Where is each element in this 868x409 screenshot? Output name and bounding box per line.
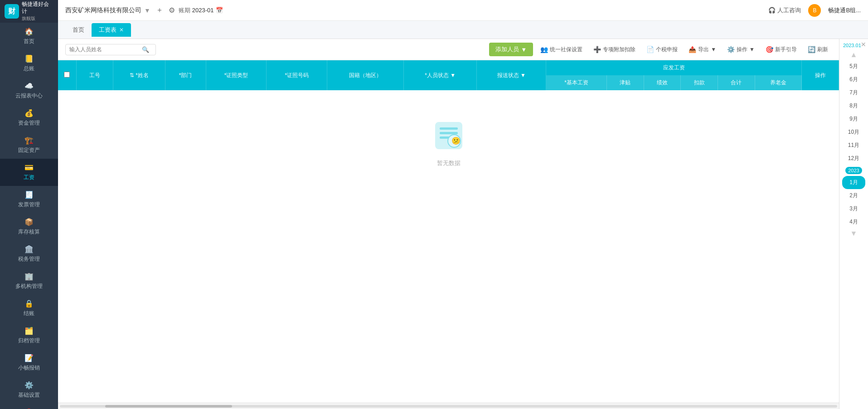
sidebar-item-expense[interactable]: 📝 小畅报销 xyxy=(0,349,58,376)
sidebar-item-archive[interactable]: 🗂️ 归档管理 xyxy=(0,322,58,349)
th-base-salary: *基本工资 xyxy=(546,75,607,90)
user-name[interactable]: 畅捷通B组... xyxy=(828,6,861,15)
th-salary-group: 应发工资 xyxy=(546,60,802,75)
operate-label: 操作 xyxy=(737,46,747,54)
sidebar-item-close[interactable]: 🔒 结账 xyxy=(0,295,58,322)
select-all-th xyxy=(58,60,76,90)
operate-icon: ⚙️ xyxy=(727,46,735,53)
th-id-type: *证照类型 xyxy=(206,60,267,90)
th-name: ⇅ *姓名 xyxy=(113,60,165,90)
month-item-2023-1[interactable]: 1月 xyxy=(842,176,865,189)
tax-report-label: 个税申报 xyxy=(656,46,678,54)
month-nav-down-icon[interactable]: ▼ xyxy=(849,229,858,239)
sidebar-item-multi[interactable]: 🏢 多机构管理 xyxy=(0,268,58,295)
logo-icon: 财 xyxy=(5,4,19,19)
month-item-2022-9[interactable]: 9月 xyxy=(839,112,868,126)
add-employee-label: 添加人员 xyxy=(495,45,519,54)
sidebar-item-cloud-label: 云报表中心 xyxy=(15,92,43,100)
th-report-status: 报送状态 ▼ xyxy=(477,60,546,90)
month-item-2022-11[interactable]: 11月 xyxy=(839,139,868,152)
tab-home-label: 首页 xyxy=(73,26,84,34)
calendar-icon[interactable]: 📅 xyxy=(216,7,223,14)
fund-icon: 💰 xyxy=(24,109,34,117)
month-item-2022-12[interactable]: 12月 xyxy=(839,152,868,165)
close-accounts-icon: 🔒 xyxy=(24,299,34,308)
th-deduction: 扣款 xyxy=(681,75,718,90)
service-btn[interactable]: 🎧 人工咨询 xyxy=(768,6,801,15)
asset-icon: 🏗️ xyxy=(24,136,34,145)
tax-report-btn[interactable]: 📄 个税申报 xyxy=(643,44,681,55)
sidebar-item-ledger[interactable]: 📒 总账 xyxy=(0,50,58,77)
empty-text: 暂无数据 xyxy=(437,159,461,167)
month-item-2022-5[interactable]: 5月 xyxy=(839,60,868,73)
deduction-btn[interactable]: ➕ 专项附加扣除 xyxy=(590,44,639,55)
scroll-thumb[interactable] xyxy=(105,405,232,408)
month-item-2023-2[interactable]: 2月 xyxy=(839,189,868,202)
invoice-icon: 🧾 xyxy=(24,190,34,199)
tab-salary[interactable]: 工资表 ✕ xyxy=(92,23,131,37)
operate-btn[interactable]: ⚙️ 操作 ▼ xyxy=(723,44,758,55)
sidebar-item-multi-label: 多机构管理 xyxy=(15,282,43,290)
search-icon[interactable]: 🔍 xyxy=(142,46,149,53)
company-selector[interactable]: 西安矿米网络科技有限公司 ▼ xyxy=(65,6,150,15)
new-guide-icon: 🎯 xyxy=(766,46,773,53)
sidebar-item-cloud[interactable]: ☁️ 云报表中心 xyxy=(0,77,58,104)
export-label: 导出 xyxy=(698,46,709,54)
archive-icon: 🗂️ xyxy=(24,326,34,335)
sidebar-item-asset-label: 固定资产 xyxy=(18,146,40,154)
sidebar-item-inventory[interactable]: 📦 库存核算 xyxy=(0,213,58,240)
th-id-no: *证照号码 xyxy=(267,60,327,90)
export-arrow-icon: ▼ xyxy=(711,46,716,53)
svg-text:😕: 😕 xyxy=(451,136,461,145)
panel-close-icon[interactable]: ✕ xyxy=(861,41,866,48)
tab-close-icon[interactable]: ✕ xyxy=(119,27,124,33)
main-content: 🔍 添加人员 ▼ 👥 统一社保设置 ➕ 专项附加扣除 xyxy=(58,39,839,409)
sidebar-item-home[interactable]: 🏠 首页 xyxy=(0,23,58,50)
month-item-2022-7[interactable]: 7月 xyxy=(839,86,868,99)
scroll-track[interactable] xyxy=(60,405,837,408)
sidebar-nav: 🏠 首页 📒 总账 ☁️ 云报表中心 💰 资金管理 🏗️ 固定资产 💳 工资 🧾… xyxy=(0,23,58,409)
sidebar-item-fund-label: 资金管理 xyxy=(18,119,40,127)
month-item-2022-8[interactable]: 8月 xyxy=(839,99,868,112)
sidebar-item-asset[interactable]: 🏗️ 固定资产 xyxy=(0,131,58,159)
month-item-2023-3[interactable]: 3月 xyxy=(839,202,868,215)
tab-bar: 首页 工资表 ✕ xyxy=(58,21,868,39)
sidebar-item-fund[interactable]: 💰 资金管理 xyxy=(0,104,58,131)
sidebar-item-guide[interactable]: 🎯 新手引导 xyxy=(0,404,58,409)
sidebar-item-tax[interactable]: 🏛️ 税务管理 xyxy=(0,240,58,268)
new-guide-btn[interactable]: 🎯 新手引导 xyxy=(762,44,800,55)
scroll-bar-area xyxy=(58,403,839,409)
month-item-2022-10[interactable]: 10月 xyxy=(839,126,868,139)
sidebar-item-invoice[interactable]: 🧾 发票管理 xyxy=(0,186,58,213)
sidebar-item-expense-label: 小畅报销 xyxy=(18,364,40,372)
th-total: 合计 xyxy=(718,75,755,90)
social-settings-btn[interactable]: 👥 统一社保设置 xyxy=(537,44,586,55)
company-name: 西安矿米网络科技有限公司 xyxy=(65,6,141,15)
tab-salary-label: 工资表 xyxy=(99,26,116,34)
tab-home[interactable]: 首页 xyxy=(65,23,92,37)
sidebar-item-salary[interactable]: 💳 工资 xyxy=(0,159,58,186)
select-all-checkbox[interactable] xyxy=(64,72,70,78)
salary-table: 工号 ⇅ *姓名 *部门 *证照类型 *证照号码 国籍（地区） *人员状态 ▼ … xyxy=(58,60,839,90)
ledger-icon: 📒 xyxy=(24,54,34,63)
social-settings-label: 统一社保设置 xyxy=(550,46,582,54)
search-input[interactable] xyxy=(69,46,142,53)
refresh-btn[interactable]: 🔄 刷新 xyxy=(804,44,832,55)
empty-icon: 😕 xyxy=(431,117,467,154)
panel-header: ✕ 2023.01 xyxy=(839,41,868,50)
add-company-btn[interactable]: ＋ xyxy=(156,5,163,15)
month-nav-up-icon[interactable]: ▲ xyxy=(849,50,858,60)
service-label: 人工咨询 xyxy=(777,6,801,15)
main-area: 西安矿米网络科技有限公司 ▼ ＋ ⚙ 账期 2023-01 📅 🎧 人工咨询 B… xyxy=(58,0,868,409)
month-item-2022-6[interactable]: 6月 xyxy=(839,73,868,86)
month-item-2023-4[interactable]: 4月 xyxy=(839,215,868,229)
social-icon: 👥 xyxy=(540,46,548,53)
toolbar: 🔍 添加人员 ▼ 👥 统一社保设置 ➕ 专项附加扣除 xyxy=(58,39,839,60)
toolbar-right: 添加人员 ▼ 👥 统一社保设置 ➕ 专项附加扣除 📄 个税申报 xyxy=(489,43,832,56)
export-btn[interactable]: 📤 导出 ▼ xyxy=(685,44,720,55)
add-employee-button[interactable]: 添加人员 ▼ xyxy=(489,43,533,56)
logo-text-wrap: 畅捷通好会计 旗舰版 xyxy=(22,1,53,21)
header-actions: ＋ ⚙ xyxy=(156,5,175,15)
sidebar-item-settings[interactable]: ⚙️ 基础设置 xyxy=(0,376,58,404)
settings-company-btn[interactable]: ⚙ xyxy=(169,6,175,15)
